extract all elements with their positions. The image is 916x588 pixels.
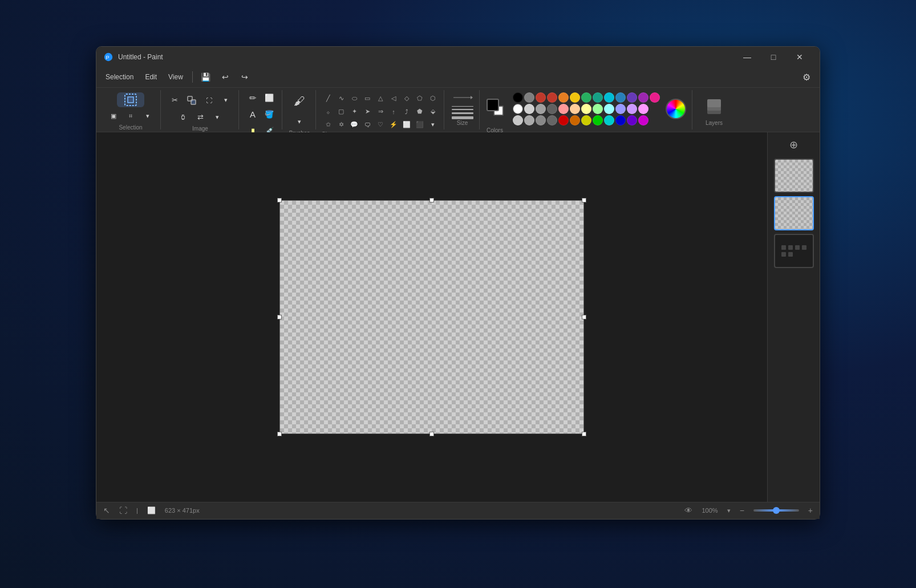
shape-fill-btn[interactable]: ⬛	[414, 119, 426, 131]
color-dkgray[interactable]	[547, 104, 557, 114]
settings-button[interactable]: ⚙	[798, 69, 815, 85]
color-gray4[interactable]	[536, 115, 546, 125]
handle-bottomright[interactable]	[582, 432, 586, 436]
rect-select-button[interactable]: ▣	[106, 108, 121, 124]
select-all-button[interactable]: ⛶	[201, 92, 217, 108]
save-button[interactable]: 💾	[197, 69, 214, 85]
color-gray1[interactable]	[524, 92, 534, 103]
maximize-button[interactable]: □	[760, 47, 787, 67]
shape-4star[interactable]: ✦	[348, 106, 360, 118]
layer-thumb-2[interactable]	[774, 196, 814, 230]
color-darkred2[interactable]	[558, 115, 569, 125]
color-foreground-swatch[interactable]	[487, 99, 499, 111]
color-midgray[interactable]	[536, 104, 546, 114]
zoom-in-button[interactable]: +	[808, 506, 813, 515]
shape-outline-btn[interactable]: ⬜	[400, 119, 413, 131]
color-gray3[interactable]	[524, 115, 534, 125]
color-yellow[interactable]	[570, 92, 580, 103]
eye-button[interactable]: 👁	[684, 506, 692, 515]
pencil-button[interactable]: ✏	[245, 90, 261, 106]
color-ltgreen[interactable]	[593, 104, 603, 114]
handle-topcenter[interactable]	[429, 198, 434, 202]
shape-lightning[interactable]: ⚡	[387, 119, 400, 131]
zoom-dropdown[interactable]: ▾	[727, 507, 731, 514]
handle-topleft[interactable]	[277, 198, 282, 202]
color-pink[interactable]	[650, 92, 660, 103]
redo-button[interactable]: ↪	[236, 69, 253, 85]
layers-button[interactable]	[700, 92, 728, 120]
color-ltcyan[interactable]	[604, 104, 614, 114]
shape-6star[interactable]: ✡	[335, 119, 347, 131]
layer-thumb-1[interactable]	[774, 159, 814, 193]
shape-callout2[interactable]: 🗨	[361, 119, 374, 131]
menu-edit[interactable]: Edit	[140, 71, 161, 83]
color-cyan[interactable]	[604, 92, 614, 103]
shape-callout[interactable]: ⬙	[427, 106, 439, 118]
shape-curve[interactable]: ∿	[335, 92, 347, 105]
color-white[interactable]	[513, 104, 523, 114]
flip-dropdown[interactable]: ▾	[209, 110, 225, 125]
shape-5star[interactable]: ⬟	[414, 106, 426, 118]
shape-diamond[interactable]: ◇	[400, 92, 413, 105]
brush-main-button[interactable]: 🖌	[288, 90, 311, 113]
shape-5star2[interactable]: ✩	[322, 119, 334, 131]
color-indigo[interactable]	[627, 92, 637, 103]
color-ltpink[interactable]	[638, 104, 649, 114]
selection-button[interactable]	[117, 92, 144, 107]
color-darkorange[interactable]	[570, 115, 580, 125]
color-dkteal[interactable]	[604, 115, 614, 125]
fullscreen-icon[interactable]: ⛶	[119, 506, 127, 515]
text-button[interactable]: A	[245, 107, 261, 123]
fill-button[interactable]: ⧮	[175, 110, 191, 125]
minimize-button[interactable]: —	[734, 47, 760, 67]
image-dropdown[interactable]: ▾	[218, 92, 234, 108]
shape-arrow3[interactable]: ↑	[387, 106, 400, 118]
shape-pentagon[interactable]: ⬠	[414, 92, 426, 105]
color-ltred[interactable]	[558, 104, 569, 114]
brush-dropdown[interactable]: ▾	[291, 114, 307, 130]
color-gray2[interactable]	[513, 115, 523, 125]
shape-speech[interactable]: 💬	[348, 119, 360, 131]
shape-dropdown[interactable]: ▾	[427, 119, 439, 131]
shape-triangle[interactable]: △	[374, 92, 387, 105]
zoom-slider[interactable]	[753, 509, 799, 512]
shape-line[interactable]: ╱	[322, 92, 334, 105]
size-dropdown-button[interactable]	[451, 92, 474, 103]
handle-bottomcenter[interactable]	[429, 432, 434, 436]
resize-button[interactable]	[184, 92, 200, 108]
color-custom-button[interactable]	[666, 99, 686, 119]
shape-hexagon[interactable]: ⬡	[427, 92, 439, 105]
color-olive[interactable]	[581, 115, 591, 125]
shape-rtriangle[interactable]: ◁	[387, 92, 400, 105]
crop-button[interactable]: ✂	[167, 92, 183, 108]
shape-arrow2[interactable]: ⇒	[374, 106, 387, 118]
color-ltyellow[interactable]	[581, 104, 591, 114]
shape-rhombus[interactable]: ⬦	[322, 106, 334, 118]
flip-button[interactable]: ⇄	[192, 110, 208, 125]
zoom-out-button[interactable]: −	[740, 506, 744, 515]
color-green[interactable]	[581, 92, 591, 103]
color-orange[interactable]	[558, 92, 569, 103]
layer-thumb-3[interactable]	[774, 234, 814, 268]
color-ltgray[interactable]	[524, 104, 534, 114]
shape-rectangle[interactable]: ▭	[361, 92, 374, 105]
handle-bottomleft[interactable]	[277, 432, 282, 436]
handle-topright[interactable]	[582, 198, 586, 202]
handle-midleft[interactable]	[277, 315, 282, 319]
shape-heart[interactable]: ♡	[374, 119, 387, 131]
eraser-button[interactable]: ⬜	[261, 90, 277, 106]
canvas-main[interactable]	[96, 132, 767, 502]
shape-arrow4[interactable]: ⤴	[400, 106, 413, 118]
add-layer-button[interactable]: ⊕	[786, 137, 802, 153]
select-dropdown-button[interactable]: ▾	[140, 108, 156, 124]
shape-ellipse[interactable]: ⬭	[348, 92, 360, 105]
color-darkpink[interactable]	[638, 115, 649, 125]
shape-arrow[interactable]: ➤	[361, 106, 374, 118]
color-teal[interactable]	[593, 92, 603, 103]
fill-color-button[interactable]: 🪣	[261, 107, 277, 123]
color-ltblue[interactable]	[615, 104, 626, 114]
menu-file[interactable]: Selection	[101, 71, 138, 83]
color-darkred[interactable]	[547, 92, 557, 103]
color-dkpurple[interactable]	[627, 115, 637, 125]
color-purple[interactable]	[638, 92, 649, 103]
